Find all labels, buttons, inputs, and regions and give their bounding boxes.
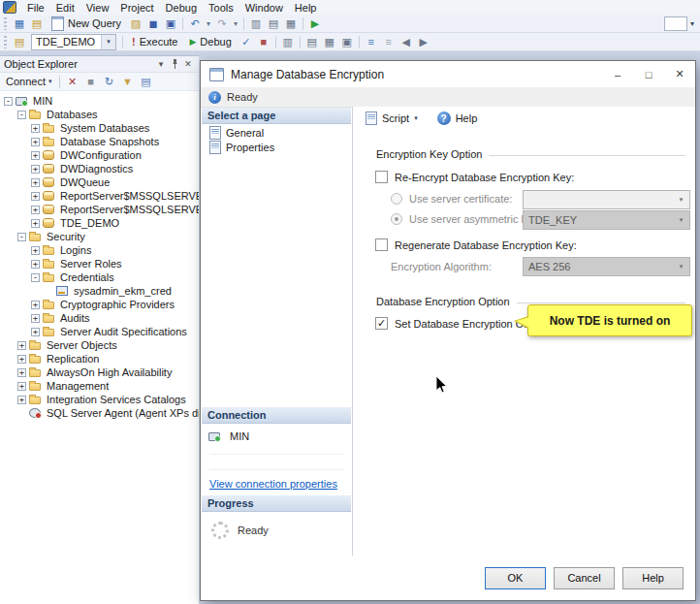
comment-icon[interactable]: ≡ xyxy=(363,34,380,50)
script-button[interactable]: Script ▾ xyxy=(362,109,422,128)
tree-expander-icon[interactable] xyxy=(17,233,26,241)
tree-expander-icon[interactable] xyxy=(31,178,40,187)
tree-item[interactable]: Cryptographic Providers xyxy=(0,298,199,311)
page-item[interactable]: General xyxy=(201,125,352,140)
tree-expander-icon[interactable] xyxy=(31,151,40,160)
reencrypt-checkbox[interactable] xyxy=(375,171,388,183)
filter-icon[interactable]: ▼ xyxy=(119,74,137,90)
tree-item[interactable]: Security xyxy=(0,230,199,243)
menu-item[interactable]: Debug xyxy=(160,1,203,15)
toolbar-grip[interactable] xyxy=(4,36,7,48)
tree-expander-icon[interactable] xyxy=(31,314,40,323)
tree-expander-icon[interactable] xyxy=(45,287,53,296)
page-item[interactable]: Properties xyxy=(201,140,352,154)
stop-icon[interactable]: ■ xyxy=(82,74,100,90)
undo-icon[interactable]: ↶ xyxy=(186,16,204,32)
redo-dropdown-icon[interactable]: ▾ xyxy=(231,16,240,32)
undo-dropdown-icon[interactable]: ▾ xyxy=(204,16,213,32)
start-icon[interactable]: ▶ xyxy=(306,16,324,32)
disconnect-icon[interactable]: ✕ xyxy=(64,74,81,90)
combo-dropdown-icon[interactable]: ▾ xyxy=(101,35,115,49)
activity-monitor-icon[interactable]: ▦ xyxy=(11,16,28,32)
toolbar-options-button[interactable]: ▾ xyxy=(664,16,694,31)
help-button[interactable]: Help xyxy=(622,567,684,589)
tree-expander-icon[interactable] xyxy=(31,165,40,174)
tree-item[interactable]: DWConfiguration xyxy=(0,148,199,162)
increase-indent-icon[interactable]: ▶ xyxy=(415,34,432,50)
save-all-icon[interactable]: ▣ xyxy=(162,16,179,32)
available-databases-combo[interactable]: TDE_DEMO ▾ xyxy=(31,34,116,50)
tree-expander-icon[interactable] xyxy=(17,382,26,391)
pin-icon[interactable] xyxy=(168,56,181,72)
menu-item[interactable]: View xyxy=(80,1,115,15)
open-file-icon[interactable]: ▨ xyxy=(127,16,144,32)
tree-item[interactable]: System Databases xyxy=(0,121,199,135)
menu-item[interactable]: Help xyxy=(289,1,323,15)
menu-item[interactable]: Edit xyxy=(50,1,80,15)
tree-item[interactable]: Server Objects xyxy=(0,338,199,352)
set-database-encryption-checkbox[interactable]: ✓ xyxy=(375,317,388,330)
tree-expander-icon[interactable] xyxy=(4,97,13,106)
script-dropdown-icon[interactable]: ▾ xyxy=(414,114,418,122)
regenerate-checkbox[interactable] xyxy=(375,238,388,251)
tree-expander-icon[interactable] xyxy=(31,260,40,269)
minimize-icon[interactable]: – xyxy=(602,61,633,87)
tree-expander-icon[interactable] xyxy=(31,219,40,228)
tree-expander-icon[interactable] xyxy=(17,368,26,377)
debug-button[interactable]: ▶ Debug xyxy=(183,34,237,50)
registered-servers-icon[interactable]: ▥ xyxy=(247,16,265,32)
tree-item[interactable]: Database Snapshots xyxy=(0,135,199,148)
parse-icon[interactable]: ✓ xyxy=(238,34,255,50)
tree-item[interactable]: Replication xyxy=(0,352,199,366)
toolbar-grip[interactable] xyxy=(4,17,7,30)
execute-button[interactable]: ! Execute xyxy=(126,34,183,50)
tree-item[interactable]: Databases xyxy=(0,108,199,121)
tree-expander-icon[interactable] xyxy=(17,111,26,119)
tree-item[interactable]: DWQueue xyxy=(0,175,199,189)
tree-item[interactable]: MIN xyxy=(0,94,199,108)
save-icon[interactable]: ◼ xyxy=(144,16,162,32)
tree-item[interactable]: DWDiagnostics xyxy=(0,162,199,175)
menu-item[interactable]: Tools xyxy=(203,1,239,15)
tree-expander-icon[interactable] xyxy=(17,355,26,364)
tree-expander-icon[interactable] xyxy=(17,341,26,350)
tree-expander-icon[interactable] xyxy=(31,206,40,214)
close-icon[interactable]: ✕ xyxy=(664,61,695,87)
close-icon[interactable]: ✕ xyxy=(181,56,195,72)
tree-expander-icon[interactable] xyxy=(17,396,26,404)
script-icon[interactable]: ▤ xyxy=(138,74,155,90)
help-toolbar-button[interactable]: ? Help xyxy=(433,109,482,128)
tree-item[interactable]: ReportServer$MSSQLSERVERTempDB xyxy=(0,203,199,216)
tree-expander-icon[interactable] xyxy=(31,301,40,309)
results-to-text-icon[interactable]: ▤ xyxy=(303,34,321,50)
properties-window-icon[interactable]: ▦ xyxy=(282,16,300,32)
decrease-indent-icon[interactable]: ◀ xyxy=(398,34,415,50)
tree-expander-icon[interactable] xyxy=(31,273,40,282)
database-icon[interactable]: ▤ xyxy=(28,16,46,32)
tree-item[interactable]: AlwaysOn High Availability xyxy=(0,366,199,379)
template-explorer-icon[interactable]: ▤ xyxy=(265,16,282,32)
tree-item[interactable]: Server Audit Specifications xyxy=(0,325,199,338)
tree-item[interactable]: Integration Services Catalogs xyxy=(0,393,199,406)
tree-item[interactable]: Logins xyxy=(0,243,199,257)
ok-button[interactable]: OK xyxy=(485,567,546,589)
sqlcmd-mode-icon[interactable]: ▥ xyxy=(279,34,297,50)
menu-item[interactable]: Project xyxy=(114,1,159,15)
cancel-query-icon[interactable]: ■ xyxy=(255,34,272,50)
uncomment-icon[interactable]: ≡ xyxy=(380,34,398,50)
tree-item[interactable]: Audits xyxy=(0,311,199,325)
view-connection-properties-link[interactable]: View connection properties xyxy=(209,478,337,490)
tree-item[interactable]: ReportServer$MSSQLSERVER xyxy=(0,189,199,203)
connect-button[interactable]: Connect xyxy=(4,76,48,87)
menu-item[interactable]: Window xyxy=(239,1,289,15)
cancel-button[interactable]: Cancel xyxy=(554,567,615,589)
tree-item[interactable]: Credentials xyxy=(0,270,199,284)
tree-item[interactable]: Server Roles xyxy=(0,257,199,270)
menu-item[interactable]: File xyxy=(21,1,50,15)
tree-item[interactable]: Management xyxy=(0,379,199,393)
tree-expander-icon[interactable] xyxy=(31,192,40,201)
window-position-icon[interactable]: ▾ xyxy=(154,56,168,72)
tree-expander-icon[interactable] xyxy=(31,328,40,336)
connect-dropdown-icon[interactable]: ▾ xyxy=(48,78,52,85)
tree-item[interactable]: SQL Server Agent (Agent XPs disabled) xyxy=(0,406,199,420)
